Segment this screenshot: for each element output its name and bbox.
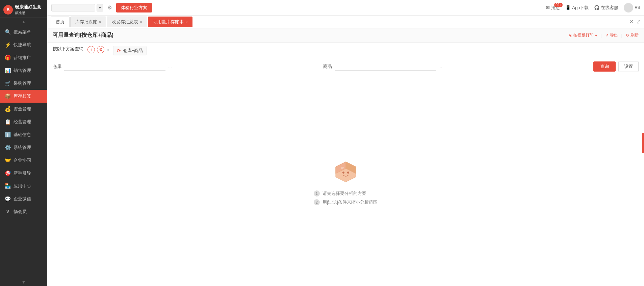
message-icon: ✉ — [546, 5, 550, 10]
sidebar-header: B 畅康通好生意 标准版 — [0, 0, 47, 18]
sidebar-item-label: 新手引导 — [14, 170, 31, 176]
message-button[interactable]: ✉ 消息 99+ — [546, 5, 560, 11]
hint-num-2: 2 — [314, 199, 320, 205]
sidebar-item-system[interactable]: ⚙️ 系统管理 — [0, 141, 47, 154]
empty-illustration — [331, 155, 361, 186]
sidebar-item-label: 搜索菜单 — [14, 29, 31, 35]
sidebar-item-guide[interactable]: 🎯 新手引导 — [0, 167, 47, 180]
sidebar-item-label: 经营管理 — [14, 119, 31, 125]
collapse-button[interactable]: « — [106, 47, 109, 52]
sidebar-item-marketing[interactable]: 🎁 营销推广 — [0, 51, 47, 64]
field-row: 仓库 ··· 商品 ··· 查询 设置 — [47, 59, 644, 74]
sidebar-item-operations[interactable]: 📋 经营管理 — [0, 115, 47, 128]
refresh-label: 刷新 — [630, 32, 639, 38]
sidebar-item-appstore[interactable]: 🏪 应用中心 — [0, 180, 47, 192]
sidebar-logo-text: 畅康通好生意 标准版 — [15, 4, 41, 16]
tabbar-right: ✕ ⤢ — [629, 19, 641, 25]
sidebar-item-inventory[interactable]: 📦 库存核算 — [0, 90, 47, 103]
purchase-icon: 🛒 — [5, 80, 11, 86]
tab-label: 库存批次账 — [75, 19, 97, 25]
filter-label: 按以下方案查询 — [53, 46, 83, 52]
dropdown-button[interactable]: ▾ — [97, 4, 103, 11]
sidebar-item-nav[interactable]: ⚡ 快捷导航 — [0, 38, 47, 51]
page-actions: 🖨 按模板打印 ▾ | ↗ 导出 | ↻ 刷新 — [568, 32, 639, 38]
service-icon: 🎧 — [594, 5, 599, 10]
topbar: ▾ ⚙ 体验行业方案 ✉ 消息 99+ 📱 App下载 🎧 在线客服 Rit — [47, 0, 644, 16]
sidebar-logo-icon: B — [3, 5, 13, 15]
sidebar-item-purchase[interactable]: 🛒 采购管理 — [0, 77, 47, 90]
sidebar-item-basic-info[interactable]: ℹ️ 基础信息 — [0, 128, 47, 141]
product-field-group: 商品 ··· — [323, 62, 588, 71]
export-button[interactable]: ↗ 导出 — [605, 32, 618, 38]
scheme-item[interactable]: ⟳ 仓库+商品 — [113, 46, 147, 55]
search-icon: 🔍 — [5, 29, 11, 35]
info-icon: ℹ️ — [5, 132, 11, 138]
scheme-label: 仓库+商品 — [123, 48, 143, 54]
page-title: 可用量查询(按仓库+商品) — [53, 32, 568, 39]
trial-button[interactable]: 体验行业方案 — [116, 3, 152, 12]
page-header: 可用量查询(按仓库+商品) 🖨 按模板打印 ▾ | ↗ 导出 | ↻ 刷新 — [47, 28, 644, 43]
hint-text-2: 用[过滤]条件来缩小分析范围 — [323, 199, 378, 205]
query-button[interactable]: 查询 — [593, 61, 616, 72]
separator: | — [600, 33, 601, 38]
sidebar-item-label: 采购管理 — [14, 80, 31, 86]
warehouse-more-button[interactable]: ··· — [168, 64, 172, 69]
user-avatar-area[interactable]: Rit — [624, 3, 640, 12]
sales-icon: 📊 — [5, 68, 11, 74]
tab-close-icon[interactable]: × — [140, 20, 142, 24]
print-button[interactable]: 🖨 按模板打印 ▾ — [568, 32, 597, 38]
sidebar-item-sales[interactable]: 📊 销售管理 — [0, 64, 47, 77]
add-scheme-button[interactable]: + — [87, 46, 95, 53]
sidebar: B 畅康通好生意 标准版 ▲ 🔍 搜索菜单 ⚡ 快捷导航 🎁 营销推广 📊 销售… — [0, 0, 47, 286]
chevron-down-icon: ▾ — [595, 33, 597, 38]
sidebar-scroll-up[interactable]: ▲ — [0, 18, 47, 26]
scheme-icon: ⟳ — [117, 48, 121, 53]
separator: | — [621, 33, 622, 38]
sidebar-item-wechat[interactable]: 💬 企业微信 — [0, 192, 47, 205]
expand-icon[interactable]: ⤢ — [636, 19, 641, 25]
sidebar-item-enterprise[interactable]: 🤝 企业协同 — [0, 154, 47, 167]
sidebar-app-name: 畅康通好生意 — [15, 4, 41, 10]
field-action-btns: 查询 设置 — [593, 61, 639, 72]
sidebar-item-label: 企业协同 — [14, 157, 31, 163]
warehouse-input[interactable] — [64, 62, 165, 71]
filter-actions: + ⚙ « — [87, 46, 109, 53]
print-label: 按模板打印 — [573, 32, 594, 38]
sidebar-item-label: 快捷导航 — [14, 42, 31, 48]
print-icon: 🖨 — [568, 33, 572, 38]
tab-close-icon[interactable]: × — [185, 20, 187, 24]
sidebar-item-label: 畅会员 — [14, 209, 27, 215]
tab-inventory-batch[interactable]: 库存批次账 × — [70, 17, 106, 27]
product-label: 商品 — [323, 63, 332, 70]
membership-icon: V — [5, 209, 11, 214]
app-download-button[interactable]: 📱 App下载 — [565, 5, 589, 11]
right-edge-bar — [642, 133, 644, 153]
refresh-button[interactable]: ↻ 刷新 — [626, 32, 639, 38]
refresh-icon: ↻ — [626, 33, 629, 38]
search-input[interactable] — [51, 4, 95, 11]
empty-hint-2: 2 用[过滤]条件来缩小分析范围 — [314, 199, 378, 205]
sidebar-scroll-down[interactable]: ▼ — [0, 278, 47, 286]
empty-box-svg — [331, 155, 361, 185]
tab-stock-summary[interactable]: 收发存汇总表 × — [107, 17, 147, 27]
product-input[interactable] — [335, 62, 436, 71]
app-icon: 🏪 — [5, 183, 11, 189]
tab-available-inventory[interactable]: 可用量库存账本 × — [148, 17, 192, 27]
sidebar-item-search[interactable]: 🔍 搜索菜单 — [0, 26, 47, 38]
empty-hint-1: 1 请先选择要分析的方案 — [314, 190, 378, 197]
filter-area: 按以下方案查询 + ⚙ « ⟳ 仓库+商品 — [47, 43, 644, 59]
sidebar-item-label: 基础信息 — [14, 132, 31, 138]
main-area: ▾ ⚙ 体验行业方案 ✉ 消息 99+ 📱 App下载 🎧 在线客服 Rit — [47, 0, 644, 286]
sidebar-item-finance[interactable]: 💰 资金管理 — [0, 103, 47, 115]
sidebar-item-membership[interactable]: V 畅会员 — [0, 205, 47, 218]
close-window-icon[interactable]: ✕ — [629, 19, 634, 25]
tab-home[interactable]: 首页 — [51, 17, 70, 27]
product-more-button[interactable]: ··· — [439, 64, 442, 69]
tab-close-icon[interactable]: × — [99, 20, 101, 24]
settings-button[interactable]: 设置 — [618, 61, 639, 72]
scheme-setting-button[interactable]: ⚙ — [97, 46, 104, 53]
settings-icon[interactable]: ⚙ — [107, 4, 112, 11]
hint-text-1: 请先选择要分析的方案 — [323, 190, 366, 197]
online-service-button[interactable]: 🎧 在线客服 — [594, 5, 618, 11]
tab-label: 收发存汇总表 — [112, 19, 138, 25]
